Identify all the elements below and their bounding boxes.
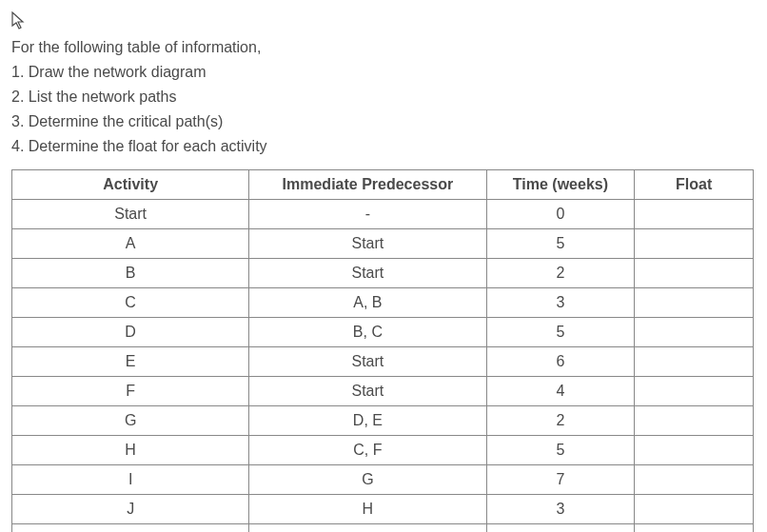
cell-activity: F (12, 377, 249, 406)
cell-activity: Start (12, 200, 249, 229)
header-time: Time (weeks) (486, 170, 635, 200)
task-item: 2. List the network paths (11, 86, 756, 108)
cell-predecessor: Start (249, 229, 486, 259)
cell-activity: D (12, 318, 249, 347)
cell-float (635, 524, 754, 533)
cell-predecessor: I, J (249, 524, 486, 533)
cell-activity: B (12, 259, 249, 288)
intro-text: For the following table of information, (11, 36, 756, 59)
cell-time: 7 (486, 465, 635, 495)
table-row: IG7 (12, 465, 754, 495)
table-row: JH3 (12, 495, 754, 524)
cell-predecessor: C, F (249, 436, 486, 465)
header-activity: Activity (12, 170, 249, 200)
cell-activity: C (12, 288, 249, 318)
table-row: FinishI, J0 (12, 524, 754, 533)
cell-predecessor: G (249, 465, 486, 495)
cell-predecessor: Start (249, 347, 486, 377)
cell-float (635, 200, 754, 229)
cell-activity: A (12, 229, 249, 259)
table-row: GD, E2 (12, 406, 754, 436)
cell-predecessor: D, E (249, 406, 486, 436)
cell-time: 3 (486, 495, 635, 524)
cell-float (635, 465, 754, 495)
cell-activity: G (12, 406, 249, 436)
cell-predecessor: H (249, 495, 486, 524)
cell-predecessor: Start (249, 259, 486, 288)
header-predecessor: Immediate Predecessor (249, 170, 486, 200)
cell-time: 5 (486, 436, 635, 465)
cell-predecessor: - (249, 200, 486, 229)
cell-time: 5 (486, 318, 635, 347)
table-row: FStart4 (12, 377, 754, 406)
table-row: AStart5 (12, 229, 754, 259)
cell-activity: Finish (12, 524, 249, 533)
cell-float (635, 495, 754, 524)
table-row: BStart2 (12, 259, 754, 288)
cell-time: 2 (486, 406, 635, 436)
task-item: 4. Determine the float for each activity (11, 135, 756, 158)
cell-time: 2 (486, 259, 635, 288)
cell-activity: J (12, 495, 249, 524)
cell-float (635, 229, 754, 259)
table-header-row: Activity Immediate Predecessor Time (wee… (12, 170, 754, 200)
table-row: Start-0 (12, 200, 754, 229)
task-item: 3. Determine the critical path(s) (11, 110, 756, 133)
cell-time: 5 (486, 229, 635, 259)
cursor-icon (11, 11, 756, 34)
cell-predecessor: Start (249, 377, 486, 406)
cell-float (635, 377, 754, 406)
header-float: Float (635, 170, 754, 200)
cell-activity: H (12, 436, 249, 465)
cell-float (635, 288, 754, 318)
cell-float (635, 318, 754, 347)
cell-time: 4 (486, 377, 635, 406)
cell-float (635, 406, 754, 436)
cell-time: 0 (486, 524, 635, 533)
cell-time: 0 (486, 200, 635, 229)
table-row: CA, B3 (12, 288, 754, 318)
table-row: EStart6 (12, 347, 754, 377)
cell-activity: E (12, 347, 249, 377)
cell-activity: I (12, 465, 249, 495)
activity-table: Activity Immediate Predecessor Time (wee… (11, 169, 754, 532)
cell-float (635, 347, 754, 377)
cell-time: 3 (486, 288, 635, 318)
cell-float (635, 259, 754, 288)
table-row: HC, F5 (12, 436, 754, 465)
cell-time: 6 (486, 347, 635, 377)
task-item: 1. Draw the network diagram (11, 61, 756, 84)
cell-predecessor: B, C (249, 318, 486, 347)
table-row: DB, C5 (12, 318, 754, 347)
cell-predecessor: A, B (249, 288, 486, 318)
cell-float (635, 436, 754, 465)
